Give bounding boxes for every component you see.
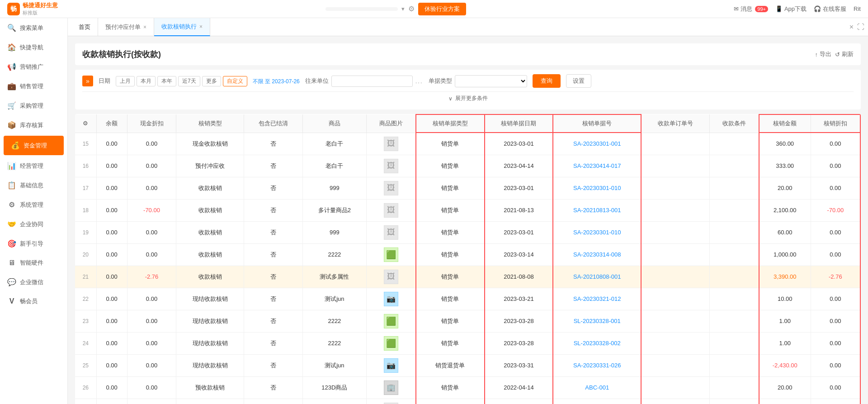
- refresh-button[interactable]: ↺ 刷新: [835, 50, 854, 58]
- system-icon: ⚙: [7, 200, 16, 209]
- cell-cash-discount: 0.00: [127, 376, 176, 399]
- cell-receipt-condition: [709, 332, 759, 354]
- cell-writeoff-slip-date: 2023-03-21: [485, 288, 553, 310]
- collab-icon: 🤝: [7, 220, 16, 228]
- user-item[interactable]: Rit: [854, 5, 861, 12]
- cell-writeoff-type: 收款核销: [176, 177, 244, 199]
- tab-prepay-close[interactable]: ×: [143, 24, 146, 30]
- col-writeoff-discount: 核销折扣: [811, 114, 860, 133]
- cell-writeoff-type: 现结收款核销: [176, 332, 244, 354]
- table-row: 27 0.00 0.00 现结收款核销 否 衣服00001 🖼 销货单 2023…: [75, 399, 860, 404]
- cell-receipt-order-no: [641, 376, 709, 399]
- sidebar-item-basic[interactable]: 📋 基础信息: [0, 176, 67, 195]
- cell-goods: 999: [302, 221, 366, 243]
- settings-button[interactable]: 设置: [566, 74, 591, 88]
- sidebar-item-finance[interactable]: 💰 资金管理: [4, 136, 64, 155]
- page-title: 收款核销执行(按收款): [82, 49, 161, 60]
- cell-include-settled: 否: [244, 310, 302, 332]
- company-selector[interactable]: [326, 7, 398, 11]
- cell-cash-discount: 0.00: [127, 221, 176, 243]
- filter-counterparty-input[interactable]: [331, 76, 413, 87]
- filter-7days[interactable]: 近7天: [178, 76, 200, 86]
- filter-this-year[interactable]: 本年: [157, 76, 176, 86]
- col-goods: 商品: [302, 114, 366, 133]
- sidebar-item-purchase[interactable]: 🛒 采购管理: [0, 96, 67, 115]
- sidebar-item-wechat[interactable]: 💬 企业微信: [0, 272, 67, 292]
- cell-cash-discount: 0.00: [127, 310, 176, 332]
- filter-more[interactable]: 更多: [202, 76, 221, 86]
- app-download-item[interactable]: 📱 App下载: [775, 5, 807, 13]
- industry-button[interactable]: 休验行业方案: [418, 3, 466, 15]
- sidebar-item-search[interactable]: 🔍 搜索菜单: [0, 18, 67, 38]
- sidebar-item-quick-nav[interactable]: 🏠 快捷导航: [0, 38, 67, 57]
- sidebar-item-sales[interactable]: 💼 销售管理: [0, 76, 67, 96]
- cell-writeoff-slip-no[interactable]: ABC-001: [553, 376, 641, 399]
- col-settings[interactable]: ⚙: [75, 114, 96, 133]
- message-item[interactable]: ✉ 消息 99+: [734, 5, 768, 13]
- cell-writeoff-slip-no[interactable]: SA-20210813-001: [553, 199, 641, 221]
- tab-expand-button[interactable]: ⛶: [857, 23, 864, 31]
- sidebar-label-quick-nav: 快捷导航: [20, 43, 43, 52]
- table-row: 24 0.00 0.00 现结收款核销 否 2222 🟩 销货单 2023-03…: [75, 332, 860, 354]
- sidebar-item-collab[interactable]: 🤝 企业协同: [0, 214, 67, 234]
- tab-receipt[interactable]: 收款核销执行 ×: [154, 18, 210, 36]
- cell-receipt-condition: [709, 177, 759, 199]
- col-cash-discount: 现金折扣: [127, 114, 176, 133]
- tab-prepay[interactable]: 预付冲应付单 ×: [98, 18, 154, 36]
- cell-writeoff-slip-no[interactable]: SA-20230331-026: [553, 354, 641, 376]
- cell-receipt-condition: [709, 155, 759, 177]
- sidebar-item-inventory[interactable]: 📦 库存核算: [0, 115, 67, 135]
- cell-writeoff-slip-no[interactable]: SA-20230414-017: [553, 155, 641, 177]
- sidebar-item-vip[interactable]: V 畅会员: [0, 292, 67, 311]
- filter-last-month[interactable]: 上月: [116, 76, 135, 86]
- sidebar-label-inventory: 库存核算: [20, 121, 43, 129]
- sidebar-item-newbie[interactable]: 🎯 新手引导: [0, 234, 67, 253]
- filter-custom[interactable]: 自定义: [223, 76, 247, 86]
- cell-balance: 0.00: [96, 177, 127, 199]
- cell-writeoff-slip-no[interactable]: SA-20230301-001: [553, 133, 641, 155]
- cell-writeoff-slip-type: 销货单: [416, 399, 485, 404]
- cell-writeoff-slip-no[interactable]: SL-20230328-002: [553, 332, 641, 354]
- table-body: 15 0.00 0.00 现金收款核销 否 老白干 🖼 销货单 2023-03-…: [75, 133, 860, 404]
- sidebar-item-system[interactable]: ⚙ 系统管理: [0, 195, 67, 214]
- cell-writeoff-slip-type: 销货单: [416, 177, 485, 199]
- sidebar-label-smart: 智能硬件: [20, 259, 43, 267]
- cell-balance: 0.00: [96, 376, 127, 399]
- sidebar-item-smart[interactable]: 🖥 智能硬件: [0, 253, 67, 272]
- tab-receipt-close[interactable]: ×: [199, 24, 203, 30]
- expand-more-conditions[interactable]: ∨ 展开更多条件: [82, 91, 854, 105]
- cell-writeoff-slip-no[interactable]: SL-20230408-001: [553, 399, 641, 404]
- tab-home[interactable]: 首页: [71, 18, 98, 36]
- filter-sliptype-select[interactable]: [455, 75, 527, 87]
- cell-cash-discount: 0.00: [127, 399, 176, 404]
- filter-this-month[interactable]: 本月: [137, 76, 156, 86]
- cell-include-settled: 否: [244, 243, 302, 266]
- tab-close-all-button[interactable]: ×: [849, 23, 854, 31]
- sidebar-item-marketing[interactable]: 📢 营销推广: [0, 57, 67, 76]
- online-service-item[interactable]: 🎧 在线客服: [814, 5, 846, 13]
- cell-writeoff-slip-no[interactable]: SA-20210808-001: [553, 266, 641, 288]
- cell-row-num: 15: [75, 133, 96, 155]
- cell-writeoff-slip-no[interactable]: SA-20230314-008: [553, 243, 641, 266]
- cell-writeoff-slip-date: 2023-03-01: [485, 177, 553, 199]
- cell-writeoff-slip-type: 销货单: [416, 266, 485, 288]
- query-button[interactable]: 查询: [533, 74, 561, 88]
- export-button[interactable]: ↑ 导出: [815, 50, 832, 58]
- filter-sliptype-field: 单据类型: [429, 75, 527, 87]
- col-balance: 余额: [96, 114, 127, 133]
- cell-include-settled: 否: [244, 266, 302, 288]
- sidebar-item-operations[interactable]: 📊 经营管理: [0, 156, 67, 176]
- cell-cash-discount: 0.00: [127, 354, 176, 376]
- cell-writeoff-slip-no[interactable]: SA-20230301-010: [553, 177, 641, 199]
- app-layout: 🔍 搜索菜单 🏠 快捷导航 📢 营销推广 💼 销售管理 🛒 采购管理 📦 库存核…: [0, 18, 868, 404]
- wechat-icon: 💬: [7, 278, 16, 286]
- cell-writeoff-slip-no[interactable]: SA-20230301-010: [553, 221, 641, 243]
- filter-expand-button[interactable]: »: [82, 76, 93, 86]
- message-icon: ✉: [734, 5, 739, 12]
- cell-writeoff-slip-no[interactable]: SL-20230328-001: [553, 310, 641, 332]
- cell-include-settled: 否: [244, 199, 302, 221]
- cell-writeoff-slip-no[interactable]: SA-20230321-012: [553, 288, 641, 310]
- settings-icon[interactable]: ⚙: [408, 5, 415, 13]
- dropdown-icon[interactable]: ▾: [401, 5, 405, 12]
- tab-bar-actions: × ⛶: [849, 23, 864, 31]
